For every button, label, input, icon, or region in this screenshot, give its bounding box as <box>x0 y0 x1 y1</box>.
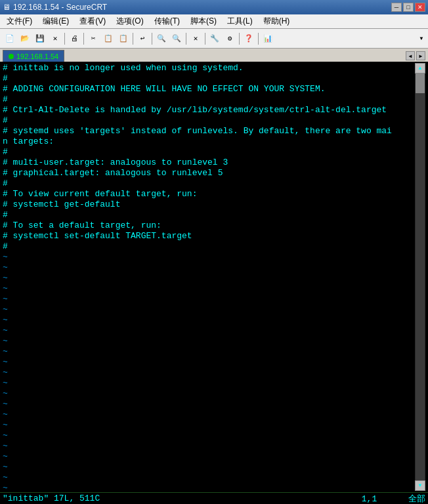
vim-scroll-percent: 全部 <box>408 494 425 504</box>
tb-undo[interactable]: ↩ <box>135 32 150 46</box>
menu-script[interactable]: 脚本(S) <box>185 14 222 28</box>
menu-transfer[interactable]: 传输(T) <box>149 14 185 28</box>
title-icon: 🖥 <box>3 3 11 12</box>
vim-file-info: "inittab" 17L, 511C <box>3 494 362 503</box>
window-title: 192.168.1.54 - SecureCRT <box>13 3 107 12</box>
tb-help[interactable]: ❓ <box>242 32 256 46</box>
scroll-up-button[interactable]: ▲ <box>415 63 425 74</box>
term-line-16: # To set a default target, run: <box>3 220 415 231</box>
menu-file[interactable]: 文件(F) <box>1 14 37 28</box>
menu-view[interactable]: 查看(V) <box>74 14 111 28</box>
menu-help[interactable]: 帮助(H) <box>258 14 295 28</box>
term-line-17: # systemctl set-default TARGET.target <box>3 231 415 242</box>
main-container: # inittab is no longer used when using s… <box>0 62 428 504</box>
tilde-3: ~ <box>3 273 415 284</box>
menu-bar: 文件(F) 编辑(E) 查看(V) 选项(O) 传输(T) 脚本(S) 工具(L… <box>0 14 428 29</box>
toolbar-separator-2 <box>83 33 84 45</box>
term-line-11: # graphical.target: analogous to runleve… <box>3 168 415 178</box>
term-line-9: # <box>3 147 415 158</box>
term-line-13: # To view current default target, run: <box>3 189 415 200</box>
toolbar-separator-4 <box>152 33 152 45</box>
tilde-10: ~ <box>3 346 415 357</box>
tab-label: 192.168.1.54 <box>16 52 58 60</box>
tilde-14: ~ <box>3 388 415 399</box>
toolbar-separator-5 <box>186 33 186 45</box>
connection-status-dot <box>9 54 14 59</box>
scroll-track[interactable] <box>416 74 425 480</box>
tab-prev-button[interactable]: ◀ <box>406 51 415 60</box>
menu-tools[interactable]: 工具(L) <box>222 14 258 28</box>
tilde-13: ~ <box>3 378 415 388</box>
tilde-5: ~ <box>3 294 415 304</box>
term-line-4: # <box>3 94 415 105</box>
toolbar-separator-1 <box>64 33 65 45</box>
vim-status-bar: "inittab" 17L, 511C 1,1 全部 <box>0 492 428 504</box>
toolbar-chevron[interactable]: ▼ <box>417 32 425 46</box>
tilde-12: ~ <box>3 368 415 378</box>
tb-save[interactable]: 💾 <box>33 32 47 46</box>
tb-dashboard[interactable]: 📊 <box>261 32 275 46</box>
close-button[interactable]: ✕ <box>415 3 425 12</box>
tilde-1: ~ <box>3 252 415 262</box>
tb-open[interactable]: 📂 <box>18 32 32 46</box>
tb-find[interactable]: 🔍 <box>154 32 169 46</box>
minimize-button[interactable]: ─ <box>391 3 402 12</box>
term-line-8: n targets: <box>3 136 415 147</box>
tb-print[interactable]: 🖨 <box>67 32 81 46</box>
tilde-18: ~ <box>3 430 415 441</box>
toolbar: 📄 📂 💾 ✕ 🖨 ✂ 📋 📋 ↩ 🔍 🔍 ✕ 🔧 ⚙ ❓ 📊 ▼ <box>0 29 428 49</box>
tab-next-button[interactable]: ▶ <box>416 51 425 60</box>
tilde-7: ~ <box>3 315 415 326</box>
scroll-down-button[interactable]: ▼ <box>415 480 425 491</box>
term-line-7: # systemd uses 'targets' instead of runl… <box>3 126 415 136</box>
terminal-content: # inittab is no longer used when using s… <box>3 63 415 491</box>
term-line-1: # inittab is no longer used when using s… <box>3 63 415 74</box>
toolbar-separator-8 <box>258 33 259 45</box>
tb-copy[interactable]: 📋 <box>101 32 116 46</box>
term-line-2: # <box>3 74 415 84</box>
tb-cut[interactable]: ✂ <box>86 32 100 46</box>
tab-bar: 192.168.1.54 ◀ ▶ <box>0 49 428 62</box>
tb-new[interactable]: 📄 <box>3 32 17 46</box>
tilde-17: ~ <box>3 420 415 430</box>
tilde-4: ~ <box>3 284 415 294</box>
tilde-9: ~ <box>3 336 415 346</box>
tb-cancel[interactable]: ✕ <box>188 32 203 46</box>
tb-settings[interactable]: 🔧 <box>207 32 222 46</box>
tilde-15: ~ <box>3 399 415 410</box>
vim-cursor-position: 1,1 全部 <box>362 493 425 505</box>
term-line-15: # <box>3 210 415 220</box>
term-line-14: # systemctl get-default <box>3 200 415 210</box>
tilde-22: ~ <box>3 472 415 483</box>
window-controls: ─ □ ✕ <box>391 3 425 12</box>
terminal-scrollbar[interactable]: ▲ ▼ <box>415 63 425 491</box>
term-line-18: # <box>3 242 415 252</box>
tilde-16: ~ <box>3 410 415 420</box>
menu-edit[interactable]: 编辑(E) <box>37 14 74 28</box>
term-line-3: # ADDING CONFIGURATION HERE WILL HAVE NO… <box>3 84 415 94</box>
maximize-button[interactable]: □ <box>403 3 414 12</box>
vim-position: 1,1 <box>362 494 377 504</box>
tilde-8: ~ <box>3 326 415 336</box>
tilde-20: ~ <box>3 452 415 462</box>
term-line-12: # <box>3 178 415 189</box>
tilde-19: ~ <box>3 441 415 452</box>
toolbar-separator-7 <box>239 33 240 45</box>
toolbar-separator-6 <box>205 33 205 45</box>
tilde-11: ~ <box>3 357 415 368</box>
toolbar-separator-3 <box>133 33 133 45</box>
tb-close[interactable]: ✕ <box>48 32 62 46</box>
tb-paste[interactable]: 📋 <box>116 32 131 46</box>
tb-options[interactable]: ⚙ <box>223 32 237 46</box>
tilde-23: ~ <box>3 483 415 491</box>
session-tab[interactable]: 192.168.1.54 <box>3 50 64 62</box>
tilde-6: ~ <box>3 304 415 315</box>
title-text: 🖥 192.168.1.54 - SecureCRT <box>3 3 107 12</box>
tb-find-next[interactable]: 🔍 <box>169 32 184 46</box>
term-line-10: # multi-user.target: analogous to runlev… <box>3 158 415 168</box>
terminal[interactable]: # inittab is no longer used when using s… <box>0 62 428 492</box>
menu-options[interactable]: 选项(O) <box>111 14 148 28</box>
scroll-thumb[interactable] <box>416 74 425 93</box>
term-line-5: # Ctrl-Alt-Delete is handled by /usr/lib… <box>3 105 415 116</box>
tilde-21: ~ <box>3 462 415 472</box>
